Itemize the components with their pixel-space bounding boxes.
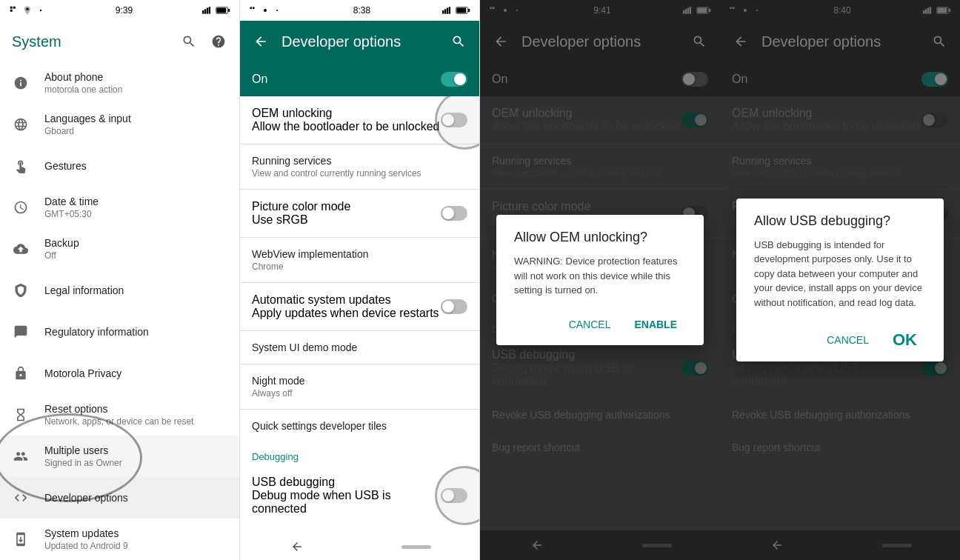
auto-updates-toggle[interactable] xyxy=(441,299,467,314)
oem-cancel-button[interactable]: Cancel xyxy=(560,313,620,336)
usb-toggle[interactable] xyxy=(441,488,467,503)
oem-dialog-title: Allow OEM unlocking? xyxy=(514,230,686,245)
svg-rect-12 xyxy=(250,7,253,10)
svg-rect-2 xyxy=(10,10,13,12)
quick-settings-row[interactable]: Quick settings developer tiles xyxy=(240,410,479,442)
legal-icon xyxy=(12,281,30,299)
sidebar-item-users[interactable]: Multiple users Signed in as Owner xyxy=(0,436,239,477)
status-bar-2: 8:38 xyxy=(240,0,479,21)
usb-row-wrapper: USB debugging Debug mode when USB is con… xyxy=(240,465,479,526)
back-button-2[interactable] xyxy=(252,33,270,50)
sidebar-text-about: About phone motorola one action xyxy=(44,71,227,95)
sidebar-item-privacy[interactable]: Motorola Privacy xyxy=(0,353,239,394)
sidebar-item-languages[interactable]: Languages & input Gboard xyxy=(0,104,239,145)
usb-dialog-actions: Cancel OK xyxy=(754,324,926,356)
back-nav-2[interactable] xyxy=(288,538,306,556)
svg-rect-5 xyxy=(202,10,204,14)
help-button-1[interactable] xyxy=(210,33,227,50)
svg-rect-10 xyxy=(228,9,230,12)
svg-rect-18 xyxy=(447,8,448,14)
svg-rect-11 xyxy=(216,7,226,13)
oem-toggle[interactable] xyxy=(441,113,467,127)
panel-oem-dialog: 9:41 Developer options On OEM unlocking … xyxy=(480,0,720,560)
sidebar-item-reset[interactable]: Reset options Network, apps, or device c… xyxy=(0,394,239,436)
oem-unlocking-row[interactable]: OEM unlocking Allow the bootloader to be… xyxy=(240,96,479,144)
on-banner-2: On xyxy=(240,62,479,96)
sidebar-text-developer: Developer options xyxy=(44,492,227,504)
status-icons-right-2 xyxy=(442,6,470,15)
svg-rect-22 xyxy=(456,7,466,13)
oem-dialog-body: WARNING: Device protection features will… xyxy=(514,254,686,298)
usb-debugging-text: USB debugging Debug mode when USB is con… xyxy=(252,476,441,516)
usb-dialog-body: USB debugging is intended for developmen… xyxy=(754,238,926,310)
ui-demo-row[interactable]: System UI demo mode xyxy=(240,331,479,364)
on-label-2: On xyxy=(252,73,267,86)
running-services-row[interactable]: Running services View and control curren… xyxy=(240,144,479,189)
svg-rect-19 xyxy=(449,7,450,13)
picture-color-text: Picture color mode Use sRGB xyxy=(252,200,441,227)
sidebar-text-reset: Reset options Network, apps, or device c… xyxy=(44,403,227,427)
developer-settings-content: OEM unlocking Allow the bootloader to be… xyxy=(240,96,479,560)
webview-row[interactable]: WebView implementation Chrome xyxy=(240,238,479,282)
time-2: 8:38 xyxy=(353,5,370,16)
sidebar-text-gestures: Gestures xyxy=(44,160,227,172)
sidebar-item-legal[interactable]: Legal information xyxy=(0,270,239,311)
appbar-2: Developer options xyxy=(240,21,479,62)
sidebar-item-developer[interactable]: Developer options xyxy=(0,477,239,519)
svg-point-15 xyxy=(276,10,278,11)
sidebar-text-datetime: Date & time GMT+05:30 xyxy=(44,196,227,219)
search-button-2[interactable] xyxy=(450,33,467,50)
gestures-icon xyxy=(12,157,30,175)
svg-rect-8 xyxy=(209,7,210,13)
home-indicator-2 xyxy=(401,545,431,549)
sidebar-item-gestures[interactable]: Gestures xyxy=(0,145,239,187)
sidebar-text-legal: Legal information xyxy=(44,284,227,296)
oem-enable-button[interactable]: Enable xyxy=(625,313,686,336)
panel-system-settings: 9:39 System About phone motorola one act… xyxy=(0,0,240,560)
svg-rect-1 xyxy=(13,7,16,9)
auto-updates-row[interactable]: Automatic system updates Apply updates w… xyxy=(240,283,479,330)
auto-updates-text: Automatic system updates Apply updates w… xyxy=(252,293,441,320)
time-1: 9:39 xyxy=(116,5,133,16)
usb-debugging-row[interactable]: USB debugging Debug mode when USB is con… xyxy=(240,465,479,526)
sidebar-item-about[interactable]: About phone motorola one action xyxy=(0,62,239,104)
nav-bar-2 xyxy=(240,532,479,560)
sidebar-item-datetime[interactable]: Date & time GMT+05:30 xyxy=(0,187,239,228)
search-button-1[interactable] xyxy=(180,33,198,50)
svg-rect-21 xyxy=(468,9,470,12)
clock-icon xyxy=(12,199,30,216)
oem-dialog-overlay: Allow OEM unlocking? WARNING: Device pro… xyxy=(480,0,720,560)
svg-point-14 xyxy=(264,9,267,12)
sidebar-text-languages: Languages & input Gboard xyxy=(44,113,227,136)
on-toggle-2[interactable] xyxy=(441,72,467,87)
sidebar-item-regulatory[interactable]: Regulatory information xyxy=(0,311,239,353)
oem-row-wrapper: OEM unlocking Allow the bootloader to be… xyxy=(240,96,479,144)
sidebar-content: About phone motorola one action Language… xyxy=(0,62,239,560)
status-bar-1: 9:39 xyxy=(0,0,239,21)
reset-icon xyxy=(12,406,30,424)
svg-rect-7 xyxy=(207,8,208,14)
svg-rect-0 xyxy=(10,7,13,9)
users-icon xyxy=(12,447,30,465)
picture-color-toggle[interactable] xyxy=(441,206,467,221)
usb-dialog-overlay: Allow USB debugging? USB debugging is in… xyxy=(720,0,960,560)
debugging-section: Debugging xyxy=(240,442,479,465)
picture-color-row[interactable]: Picture color mode Use sRGB xyxy=(240,190,479,237)
night-mode-row[interactable]: Night mode Always off xyxy=(240,364,479,409)
backup-icon xyxy=(12,240,30,258)
status-icons-left-2 xyxy=(249,6,281,15)
sidebar-item-backup[interactable]: Backup Off xyxy=(0,228,239,270)
sidebar-item-updates[interactable]: System updates Updated to Android 9 xyxy=(0,519,239,560)
panel-usb-dialog: 8:40 Developer options On OEM unlocking … xyxy=(720,0,960,560)
panel-developer-options: 8:38 Developer options On OEM unlocking … xyxy=(240,0,480,560)
oem-dialog: Allow OEM unlocking? WARNING: Device pro… xyxy=(496,215,704,345)
language-icon xyxy=(12,116,30,133)
sidebar-text-regulatory: Regulatory information xyxy=(44,326,227,338)
usb-ok-button[interactable]: OK xyxy=(884,324,926,356)
svg-rect-17 xyxy=(444,9,446,13)
privacy-icon xyxy=(12,364,30,382)
svg-point-4 xyxy=(40,10,41,11)
info-icon xyxy=(12,74,30,92)
regulatory-icon xyxy=(12,323,30,341)
usb-cancel-button[interactable]: Cancel xyxy=(818,324,878,356)
